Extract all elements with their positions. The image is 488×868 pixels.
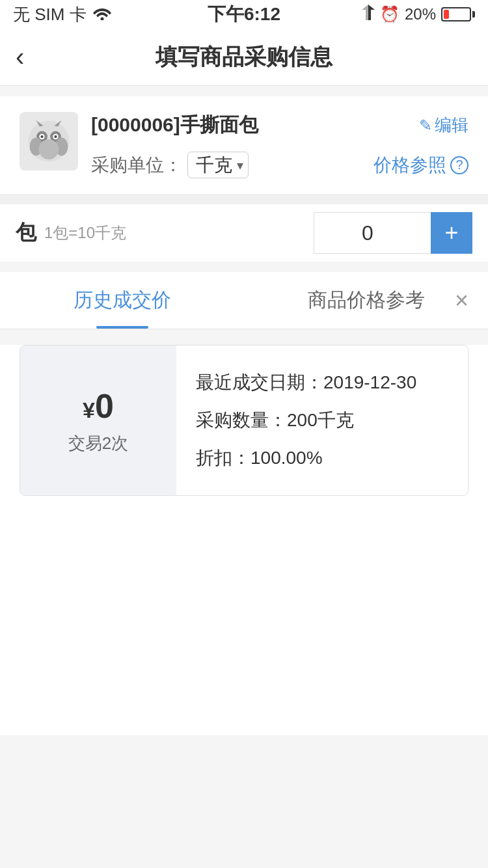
status-left: 无 SIM 卡 bbox=[13, 3, 113, 26]
transaction-card: ¥0 交易2次 最近成交日期：2019-12-30 采购数量：200千克 折扣：… bbox=[20, 345, 468, 496]
discount-row: 折扣：100.00% bbox=[196, 444, 448, 472]
transaction-price: ¥0 bbox=[83, 387, 114, 426]
product-header: [0000006]手撕面包 ✎ 编辑 bbox=[91, 112, 468, 139]
quantity-plus-button[interactable]: + bbox=[431, 212, 472, 254]
transaction-count: 交易2次 bbox=[68, 432, 128, 455]
quantity-unit-tag: 包 bbox=[16, 219, 36, 247]
svg-point-11 bbox=[39, 139, 59, 159]
svg-point-7 bbox=[54, 135, 57, 138]
main-content: ¥0 交易2次 最近成交日期：2019-12-30 采购数量：200千克 折扣：… bbox=[0, 345, 488, 735]
quantity-row: 包 1包=10千克 + bbox=[0, 204, 488, 262]
svg-point-6 bbox=[40, 135, 43, 138]
status-right: ⏰ 20% bbox=[362, 5, 475, 24]
recent-date-row: 最近成交日期：2019-12-30 bbox=[196, 369, 448, 396]
edit-button[interactable]: ✎ 编辑 bbox=[419, 114, 468, 137]
price-ref-button[interactable]: 价格参照 ? bbox=[373, 153, 468, 178]
close-button[interactable]: × bbox=[455, 289, 468, 312]
battery-percent: 20% bbox=[405, 5, 436, 23]
tab-history-price[interactable]: 历史成交价 bbox=[0, 272, 244, 329]
svg-point-0 bbox=[100, 17, 103, 20]
carrier-text: 无 SIM 卡 bbox=[13, 3, 87, 26]
purchase-qty-row: 采购数量：200千克 bbox=[196, 407, 448, 434]
back-button[interactable]: ‹ bbox=[16, 42, 24, 72]
nav-bar: ‹ 填写商品采购信息 bbox=[0, 29, 488, 86]
unit-label: 采购单位： bbox=[91, 155, 182, 175]
status-bar: 无 SIM 卡 下午6:12 ⏰ 20% bbox=[0, 0, 488, 29]
tab-bar: 历史成交价 商品价格参考 × bbox=[0, 272, 488, 329]
help-icon: ? bbox=[450, 156, 468, 174]
tab-underline bbox=[96, 326, 148, 329]
transaction-right: 最近成交日期：2019-12-30 采购数量：200千克 折扣：100.00% bbox=[176, 346, 468, 495]
product-name: [0000006]手撕面包 bbox=[91, 112, 258, 139]
status-time: 下午6:12 bbox=[208, 2, 280, 27]
unit-select-wrapper[interactable]: 千克 bbox=[187, 152, 249, 178]
quantity-label-wrapper: 包 1包=10千克 bbox=[16, 219, 126, 247]
product-unit-row: 采购单位： 千克 价格参照 ? bbox=[91, 152, 468, 178]
wifi-icon bbox=[92, 5, 113, 25]
tab-product-price-ref[interactable]: 商品价格参考 bbox=[244, 272, 488, 329]
product-info: [0000006]手撕面包 ✎ 编辑 采购单位： 千克 价格参照 ? bbox=[91, 112, 468, 178]
product-icon bbox=[20, 112, 78, 170]
currency-symbol: ¥ bbox=[83, 398, 95, 422]
unit-select[interactable]: 千克 bbox=[187, 152, 249, 178]
quantity-input[interactable] bbox=[314, 212, 431, 254]
battery-indicator bbox=[441, 7, 475, 21]
separator-1 bbox=[0, 194, 488, 204]
unit-label-group: 采购单位： 千克 bbox=[91, 152, 249, 178]
transaction-left: ¥0 交易2次 bbox=[20, 346, 176, 495]
page-title: 填写商品采购信息 bbox=[156, 42, 332, 72]
edit-icon: ✎ bbox=[419, 116, 432, 135]
quantity-conversion: 1包=10千克 bbox=[44, 223, 126, 243]
location-icon bbox=[362, 5, 375, 24]
quantity-input-wrapper: + bbox=[314, 212, 472, 254]
alarm-icon: ⏰ bbox=[380, 5, 400, 23]
product-card: [0000006]手撕面包 ✎ 编辑 采购单位： 千克 价格参照 ? bbox=[0, 96, 488, 194]
